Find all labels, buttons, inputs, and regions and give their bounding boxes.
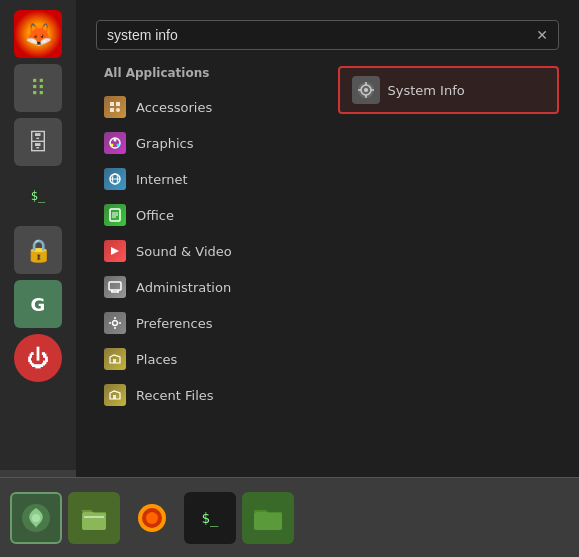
places-icon [104, 348, 126, 370]
svg-rect-1 [116, 102, 120, 106]
graphics-label: Graphics [136, 136, 193, 151]
svg-rect-2 [110, 108, 114, 112]
taskbar-terminal[interactable]: $_ [184, 492, 236, 544]
category-item-accessories[interactable]: Accessories [96, 90, 318, 124]
taskbar: $_ [0, 477, 579, 557]
sound-video-label: Sound & Video [136, 244, 232, 259]
svg-point-22 [114, 327, 116, 329]
svg-point-24 [119, 322, 121, 324]
graphics-icon [104, 132, 126, 154]
administration-icon [104, 276, 126, 298]
office-icon [104, 204, 126, 226]
category-item-graphics[interactable]: Graphics [96, 126, 318, 160]
svg-marker-15 [111, 247, 119, 255]
sidebar-icon-storage[interactable]: 🗄 [14, 118, 62, 166]
recent-files-icon [104, 384, 126, 406]
sidebar-icon-lock[interactable]: 🔒 [14, 226, 62, 274]
svg-rect-36 [82, 512, 106, 530]
category-item-recent-files[interactable]: Recent Files [96, 378, 318, 412]
office-label: Office [136, 208, 174, 223]
svg-rect-41 [254, 512, 282, 530]
sound-video-icon [104, 240, 126, 262]
svg-point-3 [116, 108, 120, 112]
result-item-system-info[interactable]: System Info [338, 66, 560, 114]
search-input[interactable] [107, 27, 530, 43]
svg-rect-0 [110, 102, 114, 106]
internet-icon [104, 168, 126, 190]
administration-label: Administration [136, 280, 231, 295]
taskbar-files[interactable] [68, 492, 120, 544]
sidebar-icon-power[interactable]: ⏻ [14, 334, 62, 382]
preferences-label: Preferences [136, 316, 212, 331]
system-info-result-icon [352, 76, 380, 104]
search-results-panel: System Info [338, 66, 560, 412]
categories-header: All Applications [96, 66, 318, 88]
recent-files-label: Recent Files [136, 388, 214, 403]
taskbar-fileman[interactable] [242, 492, 294, 544]
svg-point-5 [114, 139, 117, 142]
category-item-administration[interactable]: Administration [96, 270, 318, 304]
places-label: Places [136, 352, 177, 367]
sidebar-icon-grammarly[interactable]: G [14, 280, 62, 328]
svg-point-35 [32, 514, 40, 522]
category-item-preferences[interactable]: Preferences [96, 306, 318, 340]
search-bar-container: ✕ [96, 20, 559, 50]
sidebar-icon-app-grid[interactable]: ⠿ [14, 64, 62, 112]
svg-point-40 [146, 512, 158, 524]
svg-point-20 [113, 321, 118, 326]
accessories-icon [104, 96, 126, 118]
svg-point-7 [117, 144, 120, 147]
sidebar-icon-terminal[interactable]: $_ [14, 172, 62, 220]
svg-point-21 [114, 317, 116, 319]
svg-point-29 [364, 88, 368, 92]
preferences-icon [104, 312, 126, 334]
svg-rect-37 [84, 516, 104, 518]
category-item-places[interactable]: Places [96, 342, 318, 376]
svg-point-23 [109, 322, 111, 324]
mint-start[interactable] [10, 492, 62, 544]
internet-label: Internet [136, 172, 188, 187]
search-clear-button[interactable]: ✕ [536, 27, 548, 43]
category-item-internet[interactable]: Internet [96, 162, 318, 196]
sidebar: 🦊⠿🗄$_🔒G⏻ [0, 0, 76, 470]
categories-panel: All Applications Accessories Graphics In… [96, 66, 318, 412]
svg-point-6 [111, 144, 114, 147]
svg-rect-16 [109, 282, 121, 290]
search-panel: ✕ All Applications Accessories Graphics [76, 0, 579, 477]
sidebar-icon-firefox[interactable]: 🦊 [14, 10, 62, 58]
accessories-label: Accessories [136, 100, 212, 115]
category-item-office[interactable]: Office [96, 198, 318, 232]
taskbar-firefox[interactable] [126, 492, 178, 544]
category-item-sound-video[interactable]: Sound & Video [96, 234, 318, 268]
system-info-result-label: System Info [388, 83, 465, 98]
content-area: All Applications Accessories Graphics In… [96, 66, 559, 412]
svg-rect-26 [113, 395, 116, 399]
svg-rect-25 [113, 359, 116, 363]
